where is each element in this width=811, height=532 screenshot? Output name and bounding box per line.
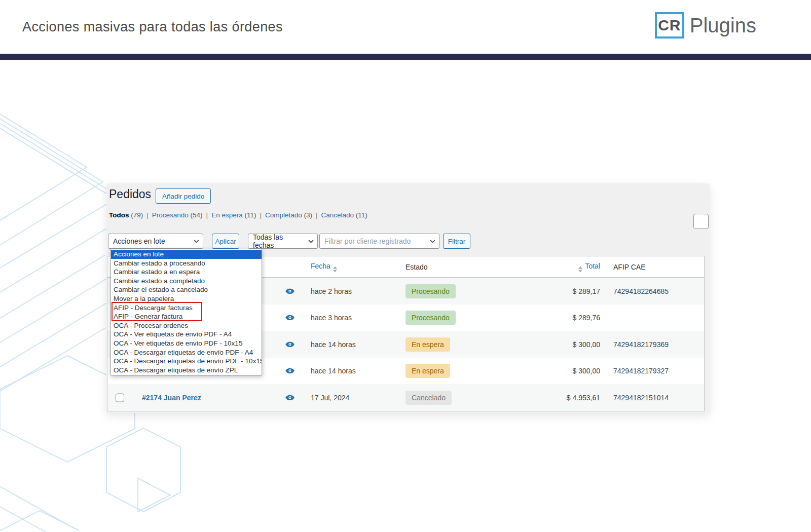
search-box-clipped[interactable] (693, 214, 709, 229)
logo-plugins-text: Plugins (690, 14, 756, 37)
dropdown-option[interactable]: Acciones en lote (111, 250, 262, 259)
order-date: 17 Jul, 2024 (311, 394, 349, 402)
table-row: #2174 Juan Perez17 Jul, 2024Cancelado$ 4… (107, 384, 704, 411)
afip-cae-value: 74294182179369 (613, 340, 669, 349)
filter-tab-count: (11) (243, 211, 256, 219)
sort-icon (333, 266, 337, 272)
date-filter-value: Todas las fechas (253, 233, 304, 249)
status-badge: En espera (406, 364, 450, 378)
orders-panel: Pedidos Añadir pedido Todos (79)|Procesa… (106, 183, 710, 413)
status-cell: Cancelado (406, 391, 452, 405)
dropdown-option[interactable]: OCA - Descargar etiquetas de envío ZPL (111, 366, 262, 375)
separator: | (146, 211, 149, 219)
preview-eye-icon[interactable] (285, 341, 294, 348)
cr-plugins-logo: CR Plugins (655, 12, 756, 39)
customer-filter-select[interactable]: Filtrar por cliente registrado (319, 234, 439, 249)
column-header-fecha[interactable]: Fecha (311, 261, 340, 272)
status-badge: En espera (406, 337, 450, 352)
bulk-actions-dropdown: Acciones en loteCambiar estado a procesa… (110, 249, 262, 375)
dropdown-option[interactable]: Cambiar el estado a cancelado (111, 285, 262, 294)
chevron-down-icon (308, 240, 314, 243)
fecha-label: Fecha (311, 261, 330, 270)
bulk-action-select[interactable]: Acciones en lote (108, 234, 203, 249)
separator: | (260, 211, 262, 219)
order-date: hace 2 horas (311, 287, 352, 295)
order-total: $ 289,76 (573, 314, 601, 322)
preview-eye-icon[interactable] (285, 368, 294, 374)
dropdown-option[interactable]: AFIP - Generar factura (111, 312, 262, 321)
customer-filter-placeholder: Filtrar por cliente registrado (324, 237, 411, 245)
separator: | (206, 211, 208, 219)
dropdown-option[interactable]: Cambiar estado a procesando (111, 259, 262, 268)
afip-cae-value: 74294182179327 (613, 367, 669, 375)
filter-tab-count: (3) (302, 211, 312, 219)
column-header-total[interactable]: Total (576, 261, 600, 272)
preview-eye-icon[interactable] (285, 315, 294, 321)
status-cell: Procesando (406, 284, 456, 298)
page-header: Acciones masivas para todas las órdenes … (0, 0, 811, 54)
order-date: hace 14 horas (311, 367, 356, 375)
afip-cae-value: 74294182264685 (613, 287, 669, 295)
separator: | (316, 211, 318, 219)
row-checkbox[interactable] (116, 393, 124, 402)
order-link-cell: #2174 Juan Perez (142, 394, 201, 402)
filter-tab-en-espera[interactable]: En espera (211, 211, 243, 219)
dropdown-option[interactable]: AFIP - Descargar facturas (111, 303, 262, 313)
dropdown-option[interactable]: OCA - Ver etiquetas de envío PDF - 10x15 (111, 339, 262, 348)
status-cell: Procesando (406, 311, 456, 325)
order-total: $ 4.953,61 (567, 394, 600, 402)
dropdown-option[interactable]: Cambiar estado a en espera (111, 268, 262, 277)
preview-eye-icon[interactable] (285, 288, 294, 294)
column-header-afip-cae: AFIP CAE (613, 263, 646, 271)
page-title: Acciones masivas para todas las órdenes (22, 19, 283, 35)
date-filter-select[interactable]: Todas las fechas (248, 234, 318, 249)
chevron-down-icon (194, 240, 199, 243)
dropdown-option[interactable]: OCA - Descargar etiquetas de envío PDF -… (111, 348, 262, 357)
preview-eye-icon[interactable] (285, 395, 294, 401)
chevron-down-icon (430, 240, 435, 243)
status-cell: En espera (406, 364, 450, 378)
dropdown-option[interactable]: Mover a la papelera (111, 294, 262, 303)
filter-tab-count: (54) (189, 211, 203, 219)
add-order-button[interactable]: Añadir pedido (156, 188, 211, 204)
order-link[interactable]: #2174 Juan Perez (142, 394, 201, 402)
status-badge: Procesando (406, 284, 456, 298)
filter-tab-cancelado[interactable]: Cancelado (321, 211, 354, 219)
order-date: hace 14 horas (311, 340, 356, 349)
order-date: hace 3 horas (311, 314, 352, 322)
filter-tab-completado[interactable]: Completado (265, 211, 302, 219)
dropdown-option[interactable]: OCA - Descargar etiquetas de envío PDF -… (111, 357, 262, 366)
status-badge: Cancelado (406, 391, 452, 405)
dropdown-option[interactable]: Cambiar estado a completado (111, 277, 262, 286)
filter-tab-count: (11) (354, 211, 367, 219)
filter-tab-todos[interactable]: Todos (109, 211, 129, 219)
dropdown-option[interactable]: OCA - Procesar ordenes (111, 321, 262, 330)
apply-button[interactable]: Aplicar (212, 234, 239, 249)
order-total: $ 300,00 (573, 367, 601, 375)
status-badge: Procesando (406, 311, 456, 325)
sort-icon (578, 266, 582, 272)
filter-tab-count: (79) (129, 211, 143, 219)
dropdown-option[interactable]: OCA - Ver etiquetas de envío PDF - A4 (111, 330, 262, 339)
filter-tab-procesando[interactable]: Procesando (152, 211, 189, 219)
afip-cae-value: 74294182151014 (613, 394, 669, 402)
total-label: Total (585, 261, 600, 270)
filter-button[interactable]: Filtrar (443, 234, 470, 249)
status-filter-tabs: Todos (79)|Procesando (54)|En espera (11… (109, 211, 367, 219)
column-header-estado: Estado (406, 263, 428, 271)
logo-cr-box: CR (655, 12, 684, 39)
order-total: $ 289,17 (573, 287, 601, 295)
header-accent-bar (0, 54, 811, 60)
orders-heading: Pedidos (109, 187, 151, 201)
status-cell: En espera (406, 337, 450, 352)
bulk-action-select-value: Acciones en lote (113, 237, 165, 245)
order-total: $ 300,00 (573, 340, 601, 349)
